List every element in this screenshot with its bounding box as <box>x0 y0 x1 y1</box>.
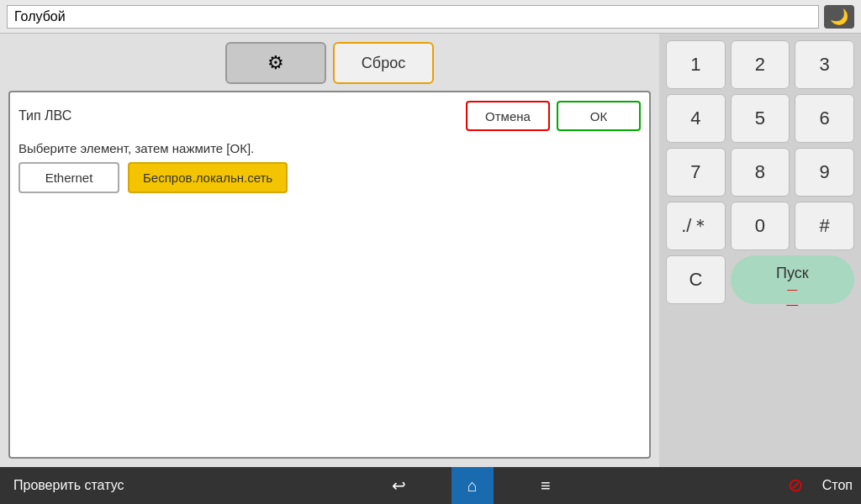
num-2[interactable]: 2 <box>731 40 790 89</box>
moon-button[interactable]: 🌙 <box>824 5 854 29</box>
start-underline: — <box>787 284 797 296</box>
menu-icon: ≡ <box>541 476 551 496</box>
num-1[interactable]: 1 <box>666 40 726 89</box>
bottom-bar: Проверить статус ↩ ⌂ ≡ ⊘ Стоп <box>0 467 861 504</box>
home-icon: ⌂ <box>467 476 478 496</box>
num-3[interactable]: 3 <box>795 40 854 89</box>
top-bar-input[interactable] <box>7 5 819 29</box>
num-7[interactable]: 7 <box>666 148 726 197</box>
status-label: Проверить статус <box>0 478 168 493</box>
num-4[interactable]: 4 <box>666 94 726 143</box>
bottom-center: ↩ ⌂ ≡ <box>168 467 777 504</box>
dialog-box: Тип ЛВС Отмена ОК Выберите элемент, зате… <box>8 91 651 459</box>
num-6[interactable]: 6 <box>795 94 854 143</box>
option-row: Ethernet Беспров.локальн.сеть <box>18 162 641 193</box>
home-button[interactable]: ⌂ <box>452 467 494 504</box>
stop-icon: ⊘ <box>788 475 803 496</box>
wireless-option[interactable]: Беспров.локальн.сеть <box>128 162 288 193</box>
num-9[interactable]: 9 <box>795 148 854 197</box>
main-layout: ⚙ Сброс Тип ЛВС Отмена ОК Выберите элем <box>0 34 861 467</box>
numpad-grid: 1 2 3 4 5 6 7 8 9 ./＊ 0 # C Пуск — <box>666 40 854 304</box>
ethernet-option[interactable]: Ethernet <box>18 162 119 193</box>
stop-icon-button[interactable]: ⊘ <box>777 467 814 504</box>
num-0[interactable]: 0 <box>731 202 790 250</box>
stop-label: Стоп <box>822 478 853 493</box>
start-label: Пуск <box>776 265 809 282</box>
right-panel: 1 2 3 4 5 6 7 8 9 ./＊ 0 # C Пуск — <box>659 34 861 467</box>
start-button[interactable]: Пуск — <box>731 255 854 304</box>
dialog-title: Тип ЛВС <box>18 108 71 123</box>
ok-button[interactable]: ОК <box>557 101 641 131</box>
num-hash[interactable]: # <box>795 202 854 250</box>
clear-label: C <box>689 269 702 291</box>
menu-button[interactable]: ≡ <box>527 467 564 504</box>
dialog-instruction: Выберите элемент, затем нажмите [ОК]. <box>18 141 641 155</box>
left-panel: ⚙ Сброс Тип ЛВС Отмена ОК Выберите элем <box>0 34 659 467</box>
gear-button[interactable]: ⚙ <box>225 42 326 84</box>
back-icon: ↩ <box>392 475 406 496</box>
cancel-button[interactable]: Отмена <box>466 101 550 131</box>
bottom-right: ⊘ Стоп <box>777 467 861 504</box>
dialog-header: Тип ЛВС Отмена ОК <box>18 101 641 131</box>
num-dot-star[interactable]: ./＊ <box>666 202 726 250</box>
num-5[interactable]: 5 <box>731 94 790 143</box>
back-button[interactable]: ↩ <box>381 467 418 504</box>
clear-button[interactable]: C <box>666 255 726 304</box>
dialog-btn-row: Отмена ОК <box>466 101 641 131</box>
num-8[interactable]: 8 <box>731 148 790 197</box>
toolbar-row: ⚙ Сброс <box>8 42 651 84</box>
reset-label: Сброс <box>362 55 405 71</box>
top-bar: 🌙 <box>0 0 861 34</box>
reset-button[interactable]: Сброс <box>333 42 434 84</box>
gear-icon: ⚙ <box>267 52 284 74</box>
moon-icon: 🌙 <box>830 8 848 26</box>
